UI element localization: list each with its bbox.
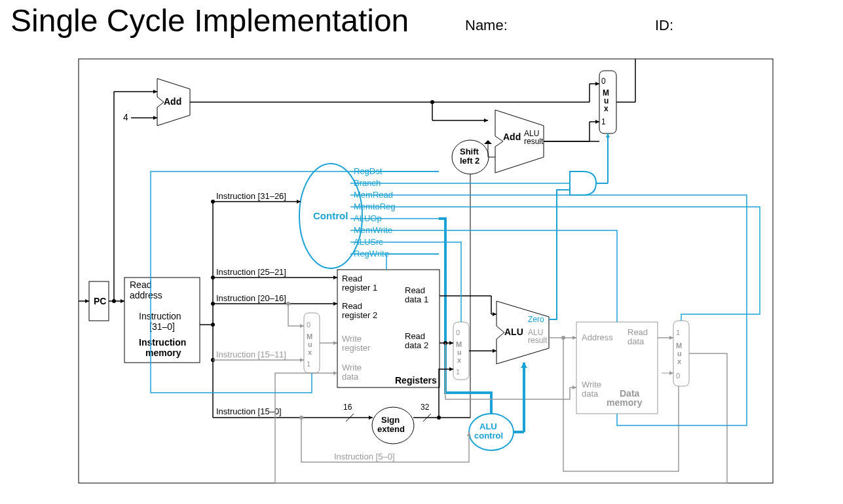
page-title: Single Cycle Implementation (10, 3, 409, 39)
svg-marker-60 (333, 302, 337, 306)
dm-address: Address (582, 333, 613, 342)
svg-marker-112 (333, 371, 337, 375)
branch-adder-aluresult: ALU result (524, 129, 544, 146)
svg-marker-85 (493, 312, 496, 316)
pcsrc-mux-0: 0 (601, 77, 606, 86)
instr-25-21: Instruction [25–21] (216, 267, 286, 277)
svg-marker-2 (121, 299, 124, 303)
svg-point-50 (211, 323, 215, 327)
svg-marker-19 (595, 82, 599, 86)
svg-point-6 (112, 299, 116, 303)
add-top-label: Add (164, 96, 181, 107)
svg-marker-8 (153, 90, 157, 94)
registers-label: Registers (395, 375, 437, 386)
alu-result: ALU result (528, 328, 548, 345)
svg-text:1: 1 (307, 360, 310, 368)
svg-marker-94 (572, 336, 576, 340)
svg-marker-62 (300, 324, 304, 328)
svg-marker-4 (85, 299, 89, 303)
add-right-label: Add (503, 132, 521, 142)
constant-4: 4 (123, 112, 128, 122)
svg-text:x: x (677, 357, 682, 365)
instr-15-0: Instruction [15–0] (216, 406, 282, 416)
instr-31-26: Instruction [31–26] (216, 191, 286, 201)
svg-marker-106 (669, 336, 673, 340)
svg-text:x: x (457, 356, 462, 364)
svg-marker-88 (449, 341, 453, 345)
svg-marker-71 (333, 341, 337, 345)
shift-left-2-label: Shift left 2 (460, 147, 481, 166)
pcsrc-mux-1: 1 (601, 117, 606, 126)
svg-text:x: x (308, 348, 312, 356)
svg-marker-10 (153, 116, 157, 120)
alu-zero: Zero (528, 315, 544, 324)
svg-text:M: M (456, 340, 462, 348)
svg-text:u: u (457, 348, 462, 356)
svg-marker-15 (484, 118, 488, 122)
svg-marker-37 (606, 134, 610, 137)
svg-text:M: M (676, 342, 682, 350)
svg-text:1: 1 (676, 329, 680, 336)
svg-text:0: 0 (676, 372, 680, 380)
instr-20-16: Instruction [20–16] (216, 293, 286, 303)
svg-marker-114 (572, 386, 576, 389)
control-label: Control (313, 210, 348, 221)
instr-15-11: Instruction [15–11] (216, 350, 286, 359)
svg-point-91 (437, 416, 441, 420)
svg-text:u: u (677, 350, 682, 357)
read-data-1: Read data 1 (405, 285, 428, 304)
svg-marker-90 (493, 349, 496, 353)
sign-extend-label: Sign extend (377, 415, 405, 434)
name-field-label: Name: (465, 17, 508, 34)
svg-marker-30 (595, 120, 599, 124)
svg-marker-92 (449, 367, 453, 371)
sixteen: 16 (343, 403, 352, 412)
svg-text:M: M (307, 333, 312, 340)
read-data-2: Read data 2 (405, 331, 428, 350)
svg-marker-73 (369, 416, 373, 420)
svg-marker-23 (484, 140, 492, 144)
pc-label: PC (94, 296, 106, 306)
svg-text:0: 0 (307, 321, 310, 329)
id-field-label: ID: (655, 17, 673, 34)
svg-marker-64 (300, 358, 304, 362)
svg-marker-99 (669, 371, 673, 375)
svg-text:0: 0 (456, 329, 460, 336)
alu-label: ALU (504, 327, 523, 337)
svg-marker-102 (521, 363, 527, 368)
svg-text:u: u (308, 340, 312, 348)
instr-5-0: Instruction [5–0] (334, 452, 395, 461)
svg-text:x: x (604, 104, 609, 113)
thirtytwo: 32 (421, 403, 430, 412)
svg-point-103 (299, 416, 303, 420)
datapath-diagram: PC Read address Instruction [31–0] Instr… (72, 52, 779, 497)
svg-text:1: 1 (456, 368, 460, 376)
svg-marker-58 (333, 276, 337, 279)
branch-and-gate (570, 171, 596, 195)
